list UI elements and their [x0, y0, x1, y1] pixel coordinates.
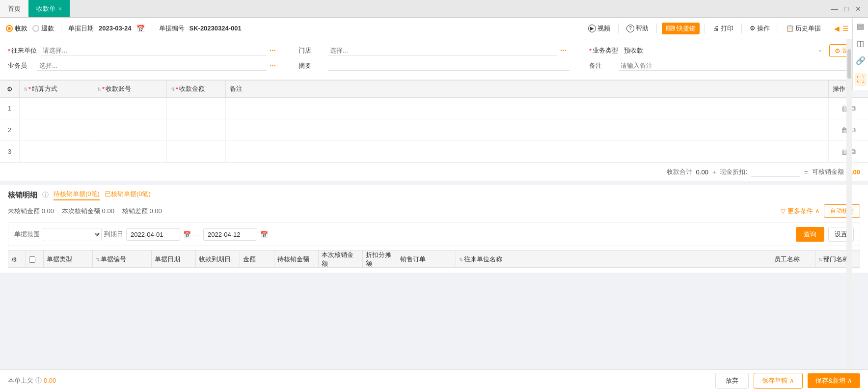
- tab-current-label: 收款单: [36, 4, 55, 13]
- divider-6: [741, 24, 742, 33]
- refund-radio[interactable]: 退款: [32, 24, 54, 33]
- rp-icon-table[interactable]: ▤: [857, 22, 864, 31]
- scroll-thumb[interactable]: [847, 49, 851, 79]
- store-input[interactable]: [328, 46, 557, 56]
- tab-pending[interactable]: 待核销单据(0笔): [54, 190, 100, 200]
- row-1-remark[interactable]: [226, 98, 829, 119]
- video-icon: ▶: [588, 25, 596, 32]
- draft-button[interactable]: 保存草稿 ∧: [754, 373, 803, 389]
- discount-input[interactable]: [751, 167, 800, 177]
- range-select[interactable]: [43, 228, 102, 241]
- summary-input[interactable]: [328, 61, 570, 71]
- tab-done[interactable]: 已核销单据(0笔): [105, 190, 151, 200]
- row-2-num: 2: [0, 119, 20, 140]
- store-more-btn[interactable]: ···: [557, 46, 570, 55]
- row-1-settlement[interactable]: [20, 98, 93, 119]
- total-label: 收款合计: [667, 168, 692, 176]
- operation-icon: ⚙: [750, 25, 756, 32]
- recon-table-header: ⚙ 单据类型 ⇅ 单据编号 单据日期 收款到期日 金额 待核销金额 本次核销金额…: [8, 250, 860, 268]
- date-from-input[interactable]: [126, 228, 180, 241]
- row-1-amount[interactable]: [167, 98, 226, 119]
- scroll-track[interactable]: [846, 39, 852, 369]
- query-btn[interactable]: 查询: [796, 227, 824, 242]
- staff-input[interactable]: [37, 61, 267, 71]
- row-2-remark[interactable]: [226, 119, 829, 140]
- rth-discount: 折扣分摊额: [363, 251, 397, 268]
- minimize-button[interactable]: —: [831, 5, 839, 13]
- rp-icon-link[interactable]: 🔗: [856, 56, 866, 65]
- rp-icon-doc[interactable]: ◫: [857, 39, 864, 48]
- recon-info-icon[interactable]: ⓘ: [42, 191, 49, 199]
- discard-button[interactable]: 放弃: [715, 373, 749, 389]
- video-btn[interactable]: ▶ 视频: [585, 23, 613, 34]
- this-time-stat: 本次核销金额 0.00: [62, 207, 114, 216]
- col-remark: 备注: [226, 81, 829, 97]
- form-row-2: 业务员 ··· 摘要 备注: [8, 61, 860, 71]
- row-2-amount[interactable]: [167, 119, 226, 140]
- staff-field: 业务员 ···: [8, 61, 279, 71]
- partner-input[interactable]: [41, 46, 267, 56]
- row-3-account[interactable]: [93, 141, 167, 162]
- date-to-input[interactable]: [203, 228, 257, 241]
- print-btn[interactable]: 🖨 打印: [710, 23, 736, 34]
- row-3-settlement[interactable]: [20, 141, 93, 162]
- summary-label: 摘要: [298, 61, 328, 70]
- save-new-button[interactable]: 保存&新增 ∧: [808, 373, 860, 388]
- bottom-info: 本单上欠 ⓘ 0.00: [8, 376, 56, 385]
- history-btn[interactable]: 📋 历史单据: [783, 23, 824, 34]
- refund-radio-circle: [32, 25, 39, 32]
- calendar-from-icon[interactable]: 📅: [183, 231, 191, 238]
- divider-7: [778, 24, 778, 33]
- auto-recon-btn[interactable]: 自动核销: [824, 204, 860, 218]
- row-3-num: 3: [0, 141, 20, 162]
- help-btn[interactable]: ? 帮助: [624, 23, 651, 34]
- calendar-to-icon[interactable]: 📅: [260, 231, 268, 238]
- tab-home[interactable]: 首页: [0, 0, 28, 17]
- biz-type-required-mark: *: [589, 47, 592, 55]
- window-controls: — □ ✕: [831, 5, 868, 13]
- sort-icon-1: ⇅: [24, 86, 27, 92]
- row-2-settlement[interactable]: [20, 119, 93, 140]
- recon-section: 核销明细 ⓘ 待核销单据(0笔) 已核销单据(0笔) 未核销金额 0.00 本次…: [0, 185, 868, 273]
- due-date-label: 到期日: [104, 230, 123, 239]
- tab-close-icon[interactable]: ×: [58, 5, 62, 12]
- maximize-button[interactable]: □: [842, 5, 850, 13]
- rth-gear[interactable]: ⚙: [8, 251, 26, 268]
- diff-stat: 核销差额 0.00: [122, 207, 162, 216]
- divider-2: [152, 24, 152, 33]
- row-1-account[interactable]: [93, 98, 167, 119]
- rth-partner: ⇅ 往来单位名称: [456, 251, 771, 268]
- calendar-icon[interactable]: 📅: [136, 25, 145, 32]
- rth-check[interactable]: [26, 251, 44, 268]
- col-account: ⇅ * 收款账号: [93, 81, 167, 97]
- bottom-info-icon[interactable]: ⓘ: [35, 376, 42, 385]
- prev-icon[interactable]: ◀: [834, 25, 840, 32]
- draft-btn-label: 保存草稿: [762, 376, 787, 385]
- shortcut-btn[interactable]: ⌨ 快捷键: [662, 23, 700, 34]
- staff-label: 业务员: [8, 61, 37, 70]
- this-time-label: 本次核销金额: [62, 207, 100, 215]
- row-3-amount[interactable]: [167, 141, 226, 162]
- row-3-remark[interactable]: [226, 141, 829, 162]
- bottom-info-value: 0.00: [44, 377, 56, 384]
- uncancelled-label: 未核销金额: [8, 207, 40, 215]
- biz-type-dropdown-icon[interactable]: ▾: [819, 48, 821, 54]
- remark-label: 备注: [589, 61, 619, 70]
- layout-grid-icon[interactable]: ☰: [842, 25, 849, 32]
- remark-input[interactable]: [619, 61, 860, 71]
- operation-btn[interactable]: ⚙ 操作: [747, 23, 773, 34]
- rth-due-date: 收款到期日: [196, 251, 240, 268]
- biz-type-value: 预收款: [622, 45, 819, 56]
- staff-more-btn[interactable]: ···: [267, 61, 279, 70]
- partner-more-btn[interactable]: ···: [267, 46, 279, 55]
- amount-required: *: [176, 85, 178, 93]
- tab-current[interactable]: 收款单 ×: [28, 0, 70, 17]
- close-button[interactable]: ✕: [854, 5, 862, 13]
- select-all-checkbox[interactable]: [29, 256, 35, 263]
- diff-value: 0.00: [150, 207, 162, 215]
- rp-icon-expand[interactable]: ⛶: [855, 73, 867, 86]
- table-settings-icon[interactable]: ⚙: [0, 81, 20, 97]
- row-2-account[interactable]: [93, 119, 167, 140]
- receipt-radio[interactable]: 收款: [6, 24, 27, 33]
- filter-btn[interactable]: ▽ 更多条件 ∧: [781, 207, 820, 216]
